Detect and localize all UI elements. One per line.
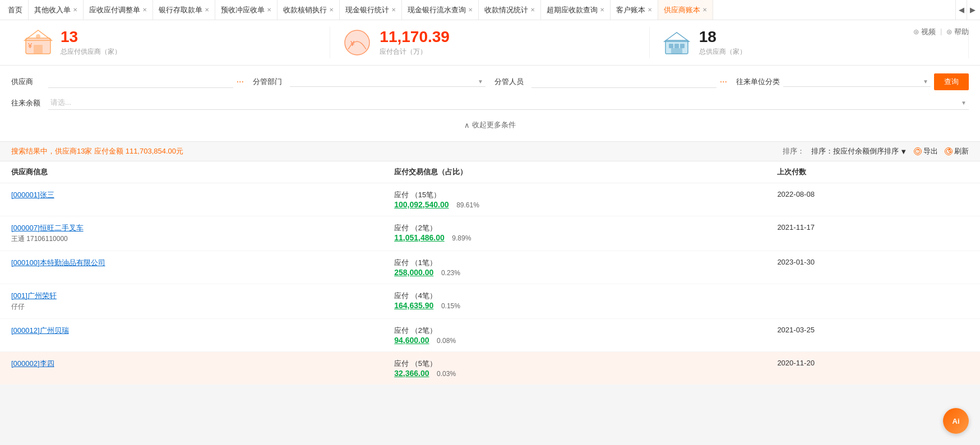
vendor-name-4: 广州贝瑞 [40, 326, 69, 335]
pay-amount-2[interactable]: 258,000.00 [394, 268, 433, 277]
nav-tab-cash-stat[interactable]: 现金银行统计 ✕ [340, 0, 402, 20]
video-link[interactable]: ⊙ 视频 [913, 27, 936, 37]
vendor-sub-1: 王通 17106110000 [11, 234, 394, 244]
pay-amount-4[interactable]: 94,600.00 [394, 336, 429, 345]
refresh-button[interactable]: ↻ 刷新 [945, 146, 969, 156]
nav-tab-adjust-close[interactable]: ✕ [142, 7, 147, 13]
nav-tab-cash-stat-close[interactable]: ✕ [391, 7, 396, 13]
nav-tab-prepay[interactable]: 预收冲应收单 ✕ [215, 0, 278, 20]
nav-tab-verify[interactable]: 收款核销执行 ✕ [278, 0, 340, 20]
payable-total-label: 应付合计（万） [380, 47, 450, 57]
nav-tab-overdue-close[interactable]: ✕ [600, 7, 604, 13]
dept-filter-select[interactable]: ▼ [290, 77, 486, 87]
sort-label: 排序： [783, 146, 805, 156]
balance-filter-arrow: ▼ [961, 100, 967, 106]
nav-tab-prepay-label: 预收冲应收单 [221, 5, 265, 15]
nav-tab-overdue[interactable]: 超期应收款查询 ✕ [541, 0, 611, 20]
vendor-link-0[interactable]: [000001]张三 [11, 190, 394, 200]
search-button[interactable]: 查询 [934, 73, 969, 90]
unit-category-filter-select[interactable]: ▼ [783, 77, 931, 87]
vendor-name-1: 恒旺二手叉车 [40, 224, 84, 232]
vendor-cell-4: [000012]广州贝瑞 [11, 326, 394, 336]
pay-count-5: （5笔） [411, 359, 437, 368]
nav-next-arrow[interactable]: ▶ [967, 0, 978, 20]
pay-amount-0[interactable]: 100,092,540.00 [394, 200, 449, 209]
svg-text:¥: ¥ [27, 41, 33, 50]
pay-cell-4: 应付 （2笔） 94,600.00 0.08% [394, 326, 777, 345]
nav-tab-home[interactable]: 首页 [2, 0, 29, 20]
results-actions: 排序： 排序：按应付余额倒序排序 ▼ ↑ 导出 ↻ 刷新 [783, 146, 969, 156]
pay-amount-1[interactable]: 11,051,486.00 [394, 233, 445, 242]
top-links: ⊙ 视频 | ⊙ 帮助 [913, 27, 969, 37]
refresh-icon: ↻ [945, 147, 953, 155]
nav-tab-other-income[interactable]: 其他收入单 ✕ [29, 0, 84, 20]
pay-cell-5: 应付 （5笔） 32,366.00 0.03% [394, 359, 777, 378]
vendor-filter-input[interactable] [48, 76, 233, 88]
vendor-icon: ¥ [22, 27, 54, 58]
vendor-link-2[interactable]: [000100]本特勤油品有限公司 [11, 258, 394, 268]
table-row: [000012]广州贝瑞 应付 （2笔） 94,600.00 0.08% 202… [0, 319, 980, 352]
nav-tab-cash-flow-close[interactable]: ✕ [468, 7, 473, 13]
nav-tab-cash-flow[interactable]: 现金银行流水查询 ✕ [402, 0, 479, 20]
stat-payable-info: 11,170.39 应付合计（万） [380, 29, 450, 57]
vendor-link-1[interactable]: [000007]恒旺二手叉车 [11, 223, 394, 233]
nav-tab-collect-stat-close[interactable]: ✕ [530, 7, 535, 13]
filter-person: 分管人员 ··· [494, 76, 727, 88]
nav-tab-customer-book-close[interactable]: ✕ [648, 7, 652, 13]
total-vendors-value: 13 [61, 29, 121, 45]
nav-tab-vendor-book[interactable]: 供应商账本 ✕ [658, 0, 713, 20]
sort-select[interactable]: 排序：按应付余额倒序排序 ▼ [811, 146, 907, 156]
filter-dept: 分管部门 ▼ [253, 77, 486, 87]
vendor-link-5[interactable]: [000002]李四 [11, 359, 394, 369]
table-row: [001]广州荣轩 仔仔 应付 （4笔） 164,635.90 0.15% [0, 284, 980, 319]
vendor-code-1: [000007] [11, 224, 40, 232]
nav-tab-verify-close[interactable]: ✕ [329, 7, 334, 13]
payable-total-value: 11,170.39 [380, 29, 450, 45]
help-link[interactable]: ⊙ 帮助 [946, 27, 969, 37]
stats-section: ¥ 13 总应付供应商（家） ¥ 11,170.39 应付合计（万） [0, 20, 980, 66]
person-filter-dots[interactable]: ··· [720, 77, 727, 87]
nav-tab-home-label: 首页 [8, 5, 22, 15]
vendor-code-5: [000002] [11, 359, 40, 368]
vendor-cell-2: [000100]本特勤油品有限公司 [11, 258, 394, 268]
vendor-cell-5: [000002]李四 [11, 359, 394, 369]
pay-amount-3[interactable]: 164,635.90 [394, 301, 433, 310]
vendor-link-3[interactable]: [001]广州荣轩 [11, 291, 394, 301]
nav-tab-adjust[interactable]: 应收应付调整单 ✕ [84, 0, 153, 20]
nav-prev-arrow[interactable]: ◀ [955, 0, 967, 20]
pay-type-5: 应付 [394, 359, 409, 368]
export-icon: ↑ [914, 147, 922, 155]
vendor-name-0: 张三 [40, 191, 54, 199]
nav-tab-other-income-close[interactable]: ✕ [73, 7, 77, 13]
pay-type-4: 应付 [394, 326, 409, 335]
nav-tab-collect-stat[interactable]: 收款情况统计 ✕ [479, 0, 541, 20]
person-filter-input[interactable] [531, 76, 716, 88]
nav-tab-other-income-label: 其他收入单 [34, 5, 71, 15]
export-button[interactable]: ↑ 导出 [914, 146, 938, 156]
nav-tab-prepay-close[interactable]: ✕ [267, 7, 271, 13]
table-row: [000007]恒旺二手叉车 王通 17106110000 应付 （2笔） 11… [0, 216, 980, 251]
nav-tab-customer-book[interactable]: 客户账本 ✕ [611, 0, 658, 20]
total-vendors-label: 总应付供应商（家） [61, 47, 121, 57]
vendor-code-4: [000012] [11, 326, 40, 335]
vendor-name-5: 李四 [40, 359, 54, 368]
collapse-btn-row: ∧ 收起更多条件 [11, 115, 969, 137]
svg-point-5 [345, 30, 369, 55]
balance-filter-select[interactable]: 请选... ▼ [48, 96, 969, 110]
collapse-button[interactable]: ∧ 收起更多条件 [464, 118, 516, 132]
export-label: 导出 [923, 146, 938, 156]
vendor-link-4[interactable]: [000012]广州贝瑞 [11, 326, 394, 336]
svg-text:↑: ↑ [917, 149, 921, 154]
pay-amount-5[interactable]: 32,366.00 [394, 369, 429, 378]
total-supplier-label: 总供应商（家） [699, 47, 746, 57]
vendor-cell-3: [001]广州荣轩 仔仔 [11, 291, 394, 312]
nav-tab-bank[interactable]: 银行存取款单 ✕ [153, 0, 215, 20]
nav-tab-vendor-book-close[interactable]: ✕ [702, 7, 707, 13]
data-table: 供应商信息 应付交易信息（占比） 上次付数 [000001]张三 应付 （15笔… [0, 161, 980, 385]
pay-cell-0: 应付 （15笔） 100,092,540.00 89.61% [394, 190, 777, 209]
vendor-filter-dots[interactable]: ··· [237, 77, 244, 87]
nav-tab-cash-stat-label: 现金银行统计 [345, 5, 389, 15]
nav-tab-bank-close[interactable]: ✕ [205, 7, 209, 13]
svg-rect-9 [674, 44, 679, 48]
pay-percent-0: 89.61% [456, 201, 479, 209]
